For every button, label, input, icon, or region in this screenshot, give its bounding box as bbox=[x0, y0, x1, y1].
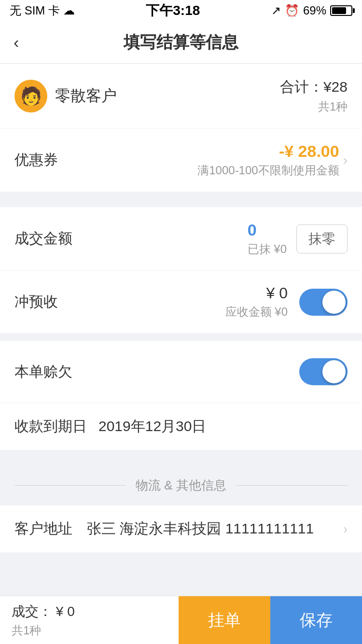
divider-2 bbox=[0, 333, 362, 341]
logistics-header: 物流 & 其他信息 bbox=[0, 465, 362, 505]
deal-amount-row: 成交金额 0 已抹 ¥0 抹零 bbox=[0, 207, 362, 270]
prepaid-label: 冲预收 bbox=[14, 292, 58, 312]
address-value: 张三 海淀永丰科技园 11111111111 bbox=[87, 519, 343, 539]
address-row[interactable]: 客户地址 张三 海淀永丰科技园 11111111111 › bbox=[0, 505, 362, 552]
avatar-icon: 🧑 bbox=[20, 86, 42, 106]
deal-value: 0 bbox=[248, 221, 287, 239]
coupon-desc: 满1000-100不限制使用金额 bbox=[197, 163, 339, 178]
prepaid-sub: 应收金额 ¥0 bbox=[225, 304, 288, 320]
customer-info: 🧑 零散客户 bbox=[14, 80, 117, 112]
total-count: 共1种 bbox=[280, 99, 348, 114]
battery-icon bbox=[330, 5, 352, 16]
battery-label: 69% bbox=[303, 4, 326, 17]
save-button[interactable]: 保存 bbox=[270, 596, 362, 644]
deal-amount-right: 0 已抹 ¥0 抹零 bbox=[248, 221, 348, 257]
customer-total: 合计：¥28 共1种 bbox=[280, 77, 348, 114]
prepaid-value: ¥ 0 bbox=[225, 284, 288, 302]
footer-deal: 成交： ¥ 0 bbox=[12, 602, 167, 621]
status-right: ↗ ⏰ 69% bbox=[271, 4, 352, 17]
pending-button[interactable]: 挂单 bbox=[179, 596, 270, 644]
logistics-text: 物流 & 其他信息 bbox=[136, 477, 226, 494]
footer-deal-value: ¥ 0 bbox=[56, 604, 75, 619]
no-sim-label: 无 SIM 卡 ☁ bbox=[10, 3, 75, 18]
footer-count: 共1种 bbox=[12, 623, 167, 638]
coupon-right: -¥ 28.00 满1000-100不限制使用金额 › bbox=[197, 142, 348, 178]
round-zero-button[interactable]: 抹零 bbox=[296, 224, 348, 253]
page-title: 填写结算等信息 bbox=[124, 31, 238, 54]
coupon-right-content: -¥ 28.00 满1000-100不限制使用金额 bbox=[197, 142, 339, 178]
coupon-row[interactable]: 优惠券 -¥ 28.00 满1000-100不限制使用金额 › bbox=[0, 128, 362, 192]
footer: 成交： ¥ 0 共1种 挂单 保存 bbox=[0, 596, 362, 644]
divider-3 bbox=[0, 458, 362, 465]
status-bar: 无 SIM 卡 ☁ 下午3:18 ↗ ⏰ 69% bbox=[0, 0, 362, 21]
total-amount: 合计：¥28 bbox=[280, 77, 348, 97]
prepaid-right: ¥ 0 应收金额 ¥0 bbox=[225, 284, 348, 320]
credit-section: 本单赊欠 收款到期日 2019年12月30日 bbox=[0, 341, 362, 450]
customer-section: 🧑 零散客户 合计：¥28 共1种 优惠券 -¥ 28.00 满1000-100… bbox=[0, 64, 362, 192]
status-left: 无 SIM 卡 ☁ bbox=[10, 3, 75, 18]
coupon-label: 优惠券 bbox=[14, 150, 58, 170]
coupon-amount: -¥ 28.00 bbox=[197, 142, 339, 161]
address-label: 客户地址 bbox=[14, 519, 72, 539]
credit-label: 本单赊欠 bbox=[14, 362, 72, 382]
logistics-line-left bbox=[14, 485, 126, 486]
toggle-knob bbox=[322, 291, 346, 314]
prepaid-amounts: ¥ 0 应收金额 ¥0 bbox=[225, 284, 288, 320]
customer-row: 🧑 零散客户 合计：¥28 共1种 bbox=[0, 64, 362, 128]
customer-name: 零散客户 bbox=[55, 85, 117, 107]
divider-1 bbox=[0, 199, 362, 207]
location-icon: ↗ bbox=[271, 4, 281, 17]
back-button[interactable]: ‹ bbox=[14, 33, 19, 52]
address-section: 客户地址 张三 海淀永丰科技园 11111111111 › bbox=[0, 505, 362, 552]
footer-deal-label: 成交： bbox=[12, 604, 52, 619]
deal-value-group: 0 已抹 ¥0 bbox=[248, 221, 287, 257]
deal-sub: 已抹 ¥0 bbox=[248, 241, 287, 257]
duedate-row: 收款到期日 2019年12月30日 bbox=[0, 403, 362, 450]
credit-toggle[interactable] bbox=[299, 358, 348, 385]
deal-section: 成交金额 0 已抹 ¥0 抹零 冲预收 ¥ 0 应收金额 ¥0 bbox=[0, 207, 362, 333]
nav-bar: ‹ 填写结算等信息 bbox=[0, 21, 362, 64]
alarm-icon: ⏰ bbox=[285, 4, 299, 17]
prepaid-toggle[interactable] bbox=[299, 289, 348, 316]
avatar: 🧑 bbox=[14, 80, 47, 112]
duedate-label: 收款到期日 bbox=[14, 417, 87, 436]
address-chevron-icon: › bbox=[343, 521, 348, 537]
chevron-right-icon: › bbox=[343, 153, 348, 168]
footer-info: 成交： ¥ 0 共1种 bbox=[0, 596, 179, 644]
duedate-value: 2019年12月30日 bbox=[98, 417, 206, 436]
deal-amount-label: 成交金额 bbox=[14, 229, 72, 249]
logistics-line-right bbox=[236, 485, 348, 486]
status-time: 下午3:18 bbox=[146, 1, 200, 20]
prepaid-row: 冲预收 ¥ 0 应收金额 ¥0 bbox=[0, 270, 362, 333]
credit-row: 本单赊欠 bbox=[0, 341, 362, 403]
credit-toggle-knob bbox=[322, 360, 346, 383]
